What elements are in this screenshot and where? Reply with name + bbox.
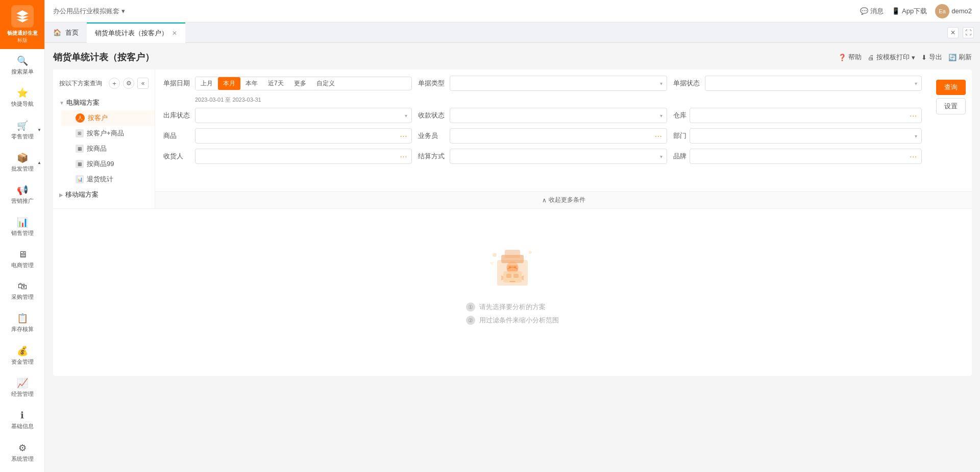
sidebar-item-sales[interactable]: 📊 销售管理 <box>0 210 44 243</box>
refresh-button[interactable]: 🔄 刷新 <box>948 53 972 62</box>
department-select[interactable]: ▾ <box>690 128 922 144</box>
doc-status-select[interactable]: ▾ <box>705 76 922 91</box>
sidebar-item-wholesale[interactable]: 📦 批发管理 <box>0 146 44 178</box>
tab-home[interactable]: 🏠 首页 <box>45 22 87 43</box>
empty-state-tips: ① 请先选择要分析的方案 ② 用过滤条件来缩小分析范围 <box>466 302 559 325</box>
collapse-filters-button[interactable]: ∧ 收起更多条件 <box>155 191 972 208</box>
sidebar-item-basic-info[interactable]: ℹ 基础信息 <box>0 404 44 436</box>
query-button[interactable]: 查询 <box>936 80 966 95</box>
sidebar: 畅捷通好生意 标版 🔍 搜索菜单 ⭐ 快捷导航 🛒 零售管理 📦 批发管理 📢 … <box>0 0 45 472</box>
receiver-dots-icon: ··· <box>400 152 408 160</box>
top-header: 办公用品行业模拟账套 ▾ 💬 消息 📱 App下载 Ea demo2 <box>45 0 980 22</box>
sidebar-item-label: 销售管理 <box>11 229 34 237</box>
schema-desktop-items: 人 按客户 ⊞ 按客户+商品 ▦ 按商品 <box>53 110 155 187</box>
goods-dots-icon: ··· <box>400 132 408 140</box>
add-schema-button[interactable]: + <box>109 78 120 89</box>
sidebar-item-purchase[interactable]: 🛍 采购管理 <box>0 275 44 306</box>
warehouse-select[interactable]: ··· <box>690 108 922 123</box>
sidebar-item-operations[interactable]: 📈 经营管理 <box>0 371 44 404</box>
schema-section-mobile-title[interactable]: ▶ 移动端方案 <box>53 187 155 202</box>
date-tab-custom[interactable]: 自定义 <box>311 77 340 90</box>
ecommerce-icon: 🖥 <box>18 249 27 260</box>
page-title-bar: 销货单统计表（按客户） ❓ 帮助 🖨 按模板打印 ▾ ⬇ 导出 🔄 刷新 <box>53 51 972 63</box>
avatar: Ea <box>935 4 949 18</box>
schema-settings-button[interactable]: ⚙ <box>123 78 134 89</box>
department-label: 部门 <box>673 131 687 140</box>
settings-button[interactable]: 设置 <box>936 98 966 114</box>
doc-type-label: 单据类型 <box>418 79 447 88</box>
filter-item-doc-status: 单据状态 ▾ <box>673 76 922 91</box>
filter-and-btn: 单据日期 上月 本月 本年 近7天 更多 自定义 <box>155 69 972 191</box>
date-tab-last-month[interactable]: 上月 <box>195 77 218 90</box>
left-panel: 按以下方案查询 + ⚙ « ▼ 电脑端方案 <box>53 69 155 208</box>
export-button[interactable]: ⬇ 导出 <box>921 53 942 62</box>
section-label: 移动端方案 <box>65 190 99 199</box>
sidebar-item-inventory[interactable]: 📋 库存核算 <box>0 306 44 339</box>
date-tab-this-month[interactable]: 本月 <box>218 77 240 90</box>
filter-item-ship-status: 出库状态 ▾ <box>163 108 412 123</box>
schema-item-by-customer[interactable]: 人 按客户 <box>61 110 155 126</box>
filter-panel: 单据日期 上月 本月 本年 近7天 更多 自定义 <box>155 69 930 191</box>
svg-point-6 <box>514 266 516 268</box>
doc-type-select[interactable]: ▾ <box>450 76 667 91</box>
sidebar-item-system[interactable]: ⚙ 系统管理 <box>0 436 44 468</box>
payment-method-select[interactable]: ▾ <box>450 149 667 164</box>
date-tab-more[interactable]: 更多 <box>289 77 311 90</box>
query-buttons: 查询 设置 <box>930 69 972 191</box>
salesperson-select[interactable]: ··· <box>450 128 667 144</box>
schema-item-by-goods[interactable]: ▦ 按商品 <box>61 141 155 156</box>
close-window-button[interactable]: ✕ <box>947 27 959 38</box>
breadcrumb[interactable]: 办公用品行业模拟账套 ▾ <box>53 7 125 16</box>
date-filter-label: 单据日期 <box>163 79 192 88</box>
maximize-window-button[interactable]: ⛶ <box>963 27 974 38</box>
sales-icon: 📊 <box>17 217 28 228</box>
receiver-select[interactable]: ··· <box>195 149 412 164</box>
sidebar-item-collab[interactable]: 🤝 企业协同 <box>0 468 44 472</box>
brand-select[interactable]: ··· <box>690 149 922 164</box>
help-icon: ❓ <box>838 54 846 61</box>
right-section: 单据日期 上月 本月 本年 近7天 更多 自定义 <box>155 69 972 208</box>
message-button[interactable]: 💬 消息 <box>860 7 884 16</box>
filters-section: 按以下方案查询 + ⚙ « ▼ 电脑端方案 <box>53 69 972 209</box>
schema-item-return-stat[interactable]: 📊 退货统计 <box>61 172 155 187</box>
breadcrumb-arrow-icon: ▾ <box>121 7 125 15</box>
tab-close-icon[interactable]: ✕ <box>172 30 177 37</box>
sidebar-item-ecommerce[interactable]: 🖥 电商管理 <box>0 243 44 275</box>
user-profile-button[interactable]: Ea demo2 <box>935 4 972 18</box>
print-icon: 🖨 <box>868 54 874 61</box>
goods-select[interactable]: ··· <box>195 128 412 144</box>
collapse-panel-button[interactable]: « <box>137 78 149 89</box>
filter-item-department: 部门 ▾ <box>673 128 922 144</box>
app-download-button[interactable]: 📱 App下载 <box>892 7 927 16</box>
payment-method-label: 结算方式 <box>418 152 447 161</box>
refresh-label: 刷新 <box>959 53 972 62</box>
brand-dots-icon: ··· <box>910 152 917 160</box>
print-button[interactable]: 🖨 按模板打印 ▾ <box>868 53 915 62</box>
schema-section-desktop-title[interactable]: ▼ 电脑端方案 <box>53 95 155 110</box>
payment-method-arrow-icon: ▾ <box>660 154 663 159</box>
help-button[interactable]: ❓ 帮助 <box>838 53 862 62</box>
goods-label: 商品 <box>163 131 192 140</box>
date-tab-this-year[interactable]: 本年 <box>240 77 263 90</box>
payment-status-label: 收款状态 <box>418 111 447 120</box>
schema-item-by-goods-99[interactable]: ▦ 按商品99 <box>61 156 155 172</box>
svg-point-10 <box>493 253 497 257</box>
print-label: 按模板打印 <box>876 53 910 62</box>
brand-label: 品牌 <box>673 152 687 161</box>
date-tab-last-7[interactable]: 近7天 <box>263 77 289 90</box>
sidebar-item-marketing[interactable]: 📢 营销推广 <box>0 178 44 210</box>
sidebar-item-finance[interactable]: 💰 资金管理 <box>0 339 44 371</box>
sidebar-item-search-menu[interactable]: 🔍 搜索菜单 <box>0 49 44 81</box>
doc-status-label: 单据状态 <box>673 79 702 88</box>
schema-item-by-customer-goods[interactable]: ⊞ 按客户+商品 <box>61 126 155 141</box>
quick-nav-icon: ⭐ <box>17 87 28 99</box>
warehouse-dots-icon: ··· <box>910 111 917 120</box>
svg-rect-7 <box>503 271 522 282</box>
sidebar-item-retail[interactable]: 🛒 零售管理 <box>0 114 44 146</box>
ship-status-select[interactable]: ▾ <box>195 108 412 123</box>
sidebar-item-quick-nav[interactable]: ⭐ 快捷导航 <box>0 81 44 113</box>
sidebar-item-label: 快捷导航 <box>11 100 34 107</box>
payment-status-select[interactable]: ▾ <box>450 108 667 123</box>
tab-sales-stat[interactable]: 销货单统计表（按客户） ✕ <box>87 22 185 43</box>
sidebar-item-label: 经营管理 <box>11 390 34 397</box>
